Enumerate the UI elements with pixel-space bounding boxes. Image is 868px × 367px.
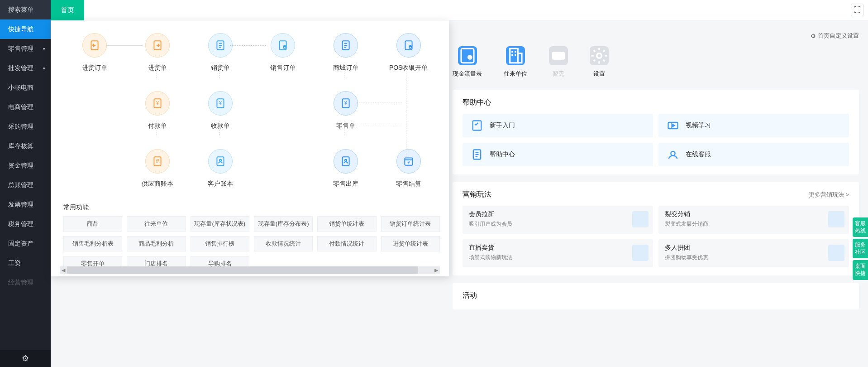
flow-label: 进货单 xyxy=(148,64,167,72)
customize-label: 首页自定义设置 xyxy=(818,32,859,40)
sidebar-item-label: 电商管理 xyxy=(8,103,33,111)
common-btn[interactable]: 销货单统计表 xyxy=(317,216,376,232)
headset-icon xyxy=(667,148,679,161)
flow-customer-ledger[interactable]: 客户账本 xyxy=(189,149,252,202)
scroll-right-button[interactable]: ▶ xyxy=(433,266,440,274)
scroll-thumb[interactable] xyxy=(67,266,418,274)
flow-label: 付款单 xyxy=(148,122,167,130)
common-btn[interactable]: 销售排行榜 xyxy=(191,236,249,251)
svg-point-16 xyxy=(671,151,675,155)
common-btn[interactable]: 付款情况统计 xyxy=(317,236,376,251)
checklist-icon xyxy=(471,119,483,132)
scroll-track[interactable] xyxy=(67,266,433,274)
common-btn[interactable]: 销售毛利分析表 xyxy=(63,236,122,251)
flow-pos[interactable]: POS收银开单 xyxy=(377,33,440,86)
sidebar-item-retail[interactable]: 零售管理▾ xyxy=(0,39,51,58)
svg-text:¥: ¥ xyxy=(344,100,348,106)
sidebar-item-ledger[interactable]: 总账管理 xyxy=(0,175,51,195)
common-btn[interactable]: 现存量(库存分布表) xyxy=(254,216,313,232)
marketing-item[interactable]: 多人拼团拼团购物享受优惠 xyxy=(658,239,849,267)
float-community[interactable]: 服务社区 xyxy=(853,239,868,258)
help-item-beginner[interactable]: 新手入门 xyxy=(463,114,653,137)
sidebar-item-label: 批发管理 xyxy=(8,64,33,72)
marketing-item-title: 多人拼团 xyxy=(665,244,843,252)
sidebar-item-wholesale[interactable]: 批发管理▾ xyxy=(0,58,51,78)
marketing-item[interactable]: 裂变分销裂变式发展分销商 xyxy=(658,206,849,234)
quick-tile-contacts[interactable]: 往来单位 xyxy=(504,46,527,78)
flow-sales-bill[interactable]: 销货单 xyxy=(189,33,252,86)
home-customize-link[interactable]: ⚙ 首页自定义设置 xyxy=(453,32,859,40)
quick-tile-label: 暂无 xyxy=(553,70,564,78)
help-item-video[interactable]: 视频学习 xyxy=(658,114,849,137)
flow-receipt[interactable]: ¥收款单 xyxy=(189,91,252,144)
common-btn[interactable]: 进货单统计表 xyxy=(381,236,440,251)
sidebar-item-purchase[interactable]: 采购管理 xyxy=(0,117,51,136)
user-doc-icon xyxy=(208,149,233,174)
quick-tile-label: 设置 xyxy=(593,70,605,78)
flow-supplier-ledger[interactable]: 供供应商账本 xyxy=(126,149,189,202)
marketing-item[interactable]: 直播卖货场景式购物新玩法 xyxy=(463,239,653,267)
help-item-label: 视频学习 xyxy=(686,121,711,130)
sidebar-item-tax[interactable]: 税务管理 xyxy=(0,214,51,234)
scroll-left-button[interactable]: ◀ xyxy=(60,266,67,274)
flow-purchase-bill[interactable]: 进货单 xyxy=(126,33,189,86)
flow-retail-settle[interactable]: ¥零售结算 xyxy=(377,149,440,202)
sidebar-item-inventory[interactable]: 库存核算 xyxy=(0,136,51,156)
sidebar-item-ecom2[interactable]: 电商管理 xyxy=(0,97,51,117)
flow-label: 零售结算 xyxy=(396,180,421,188)
common-btn[interactable]: 收款情况统计 xyxy=(254,236,313,251)
flow-sales-order[interactable]: 销售订单 xyxy=(252,33,315,86)
sidebar-item-label: 工资 xyxy=(8,259,21,267)
flow-label: 进货订单 xyxy=(82,64,107,72)
fullscreen-button[interactable]: ⛶ xyxy=(851,4,863,16)
flow-purchase-order[interactable]: 进货订单 xyxy=(63,33,126,86)
flyout-scrollbar[interactable]: ◀ ▶ xyxy=(60,266,440,274)
sidebar-item-label: 库存核算 xyxy=(8,142,33,150)
help-item-label: 新手入门 xyxy=(490,121,515,130)
sidebar-settings[interactable]: ⚙ xyxy=(0,350,51,367)
common-btn[interactable]: 销货订单统计表 xyxy=(381,216,440,232)
float-desktop[interactable]: 桌面快捷 xyxy=(853,260,868,280)
svg-text:¥: ¥ xyxy=(407,160,410,164)
quick-tile-settings[interactable]: 设置 xyxy=(590,46,609,78)
help-item-chat[interactable]: 在线客服 xyxy=(658,143,849,166)
marketing-item[interactable]: 会员拉新吸引用户成为会员 xyxy=(463,206,653,234)
tab-home[interactable]: 首页 xyxy=(51,0,84,20)
help-item-center[interactable]: 帮助中心 xyxy=(463,143,653,166)
sidebar-item-assets[interactable]: 固定资产 xyxy=(0,234,51,253)
float-stack: 客服热线 服务社区 桌面快捷 xyxy=(853,217,868,280)
help-item-label: 帮助中心 xyxy=(490,150,515,159)
sidebar-item-ecom1[interactable]: 小畅电商 xyxy=(0,78,51,97)
flow-mall-order[interactable]: 商城订单 xyxy=(315,33,377,86)
sidebar-item-business[interactable]: 经营管理 xyxy=(0,273,51,292)
common-btn[interactable]: 往来单位 xyxy=(127,216,186,232)
svg-rect-6 xyxy=(511,54,513,56)
gear-icon xyxy=(590,46,609,65)
flow-retail-out[interactable]: 零售出库 xyxy=(315,149,377,202)
flow-label: 供应商账本 xyxy=(142,180,173,188)
sidebar-item-quicknav[interactable]: 快捷导航 xyxy=(0,19,51,39)
marketing-thumb xyxy=(632,245,649,261)
sidebar-item-funds[interactable]: 资金管理 xyxy=(0,156,51,175)
common-btn[interactable]: 商品毛利分析 xyxy=(127,236,186,251)
svg-rect-4 xyxy=(511,51,513,53)
help-card: 帮助中心 新手入门 视频学习 帮助中心 在线客服 xyxy=(453,90,859,174)
document-lock-icon xyxy=(271,33,295,58)
common-btn[interactable]: 商品 xyxy=(63,216,122,232)
report-icon xyxy=(458,46,477,65)
quick-tile-label: 现金流量表 xyxy=(453,70,482,78)
flow-label: 收款单 xyxy=(211,122,230,130)
flow-retail-bill[interactable]: ¥零售单 xyxy=(315,91,377,144)
quick-tile-cashflow[interactable]: 现金流量表 xyxy=(453,46,482,78)
sidebar-item-invoice[interactable]: 发票管理 xyxy=(0,195,51,214)
quick-tile-empty[interactable]: 暂无 xyxy=(549,46,568,78)
sidebar-item-label: 快捷导航 xyxy=(8,25,33,34)
common-btn[interactable]: 现存量(库存状况表) xyxy=(191,216,249,232)
float-hotline[interactable]: 客服热线 xyxy=(853,217,868,237)
flow-empty xyxy=(63,91,126,144)
sidebar-search[interactable]: 搜索菜单 xyxy=(0,0,51,19)
marketing-item-sub: 拼团购物享受优惠 xyxy=(665,254,843,261)
marketing-more-link[interactable]: 更多营销玩法 > xyxy=(809,191,849,199)
flow-payment[interactable]: ¥付款单 xyxy=(126,91,189,144)
sidebar-item-salary[interactable]: 工资 xyxy=(0,253,51,273)
